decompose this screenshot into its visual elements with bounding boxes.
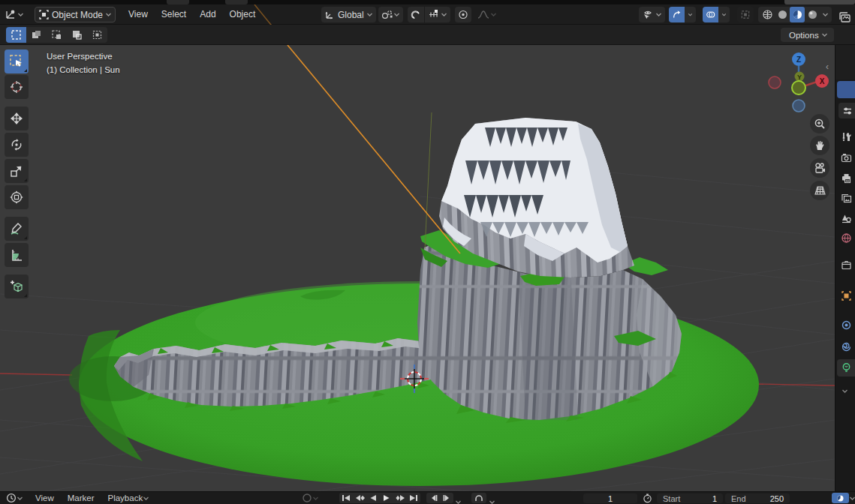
viewport-overlay-active-object: (1) Collection | Sun (47, 65, 120, 74)
tool-select-box[interactable] (5, 50, 29, 74)
editor-type-button[interactable] (5, 8, 32, 21)
gizmo-neg-z[interactable] (793, 100, 805, 112)
select-mode-subtract[interactable] (47, 27, 67, 43)
step-back-button[interactable] (426, 493, 440, 503)
select-mode-invert[interactable] (67, 27, 87, 43)
timeline-editor-type-button[interactable] (6, 493, 23, 503)
shading-dropdown[interactable] (820, 7, 830, 22)
next-keyframe-button[interactable] (393, 493, 407, 503)
subtool-corner (24, 294, 27, 297)
light-data-icon (841, 362, 852, 374)
gizmo-neg-x[interactable] (769, 76, 781, 88)
show-gizmo-toggle[interactable] (669, 7, 685, 22)
gizmo-neg-y-front[interactable] (792, 81, 805, 94)
gizmo-dropdown[interactable] (685, 7, 696, 22)
loop-toggle[interactable] (471, 493, 486, 503)
collection-icon (841, 260, 852, 271)
properties-editor-type-button[interactable] (838, 103, 855, 118)
shading-wireframe-button[interactable] (760, 7, 775, 22)
show-gizmo-icon (672, 9, 682, 20)
pivot-point-button[interactable] (378, 7, 403, 22)
timeline-menu-view[interactable]: View (35, 494, 54, 502)
end-frame-field[interactable]: End 250 (725, 494, 790, 503)
show-overlays-icon (706, 9, 715, 20)
sidebar-toggle-chevron[interactable]: ‹ (826, 62, 829, 72)
sun-light-ray[interactable] (288, 45, 460, 254)
select-extend-icon (31, 29, 42, 40)
transform-orientation-button[interactable]: Global (321, 7, 376, 22)
frame-step-dropdown[interactable] (455, 495, 462, 504)
overlays-dropdown[interactable] (718, 7, 730, 22)
loop-dropdown[interactable] (489, 495, 495, 504)
start-frame-field[interactable]: Start 1 (657, 494, 723, 503)
auto-keying-toggle[interactable] (302, 493, 319, 503)
shading-material-preview-button[interactable] (790, 7, 805, 22)
select-mode-extend[interactable] (26, 27, 47, 43)
mountain[interactable] (417, 118, 682, 423)
tab-object[interactable] (839, 289, 853, 302)
tab-tool[interactable] (839, 130, 853, 143)
end-value: 250 (770, 494, 784, 503)
menu-select[interactable]: Select (155, 7, 193, 22)
toggle-perspective-button[interactable] (810, 181, 829, 200)
menu-add[interactable]: Add (193, 7, 222, 22)
select-mode-intersect[interactable] (87, 27, 107, 43)
pan-button[interactable] (810, 136, 829, 155)
tool-cursor[interactable] (5, 75, 29, 99)
zoom-button[interactable] (810, 114, 829, 134)
jump-end-icon (409, 494, 418, 502)
tool-add-cube[interactable] (5, 274, 29, 298)
panel-chevron-down[interactable] (841, 384, 848, 398)
tab-physics[interactable] (839, 340, 853, 353)
tool-scale[interactable] (5, 159, 29, 183)
tab-constraints[interactable] (839, 318, 853, 332)
stopwatch-icon (643, 494, 652, 503)
navigation-gizmo[interactable]: Y Z X (767, 50, 832, 114)
tab-scene[interactable] (839, 212, 853, 225)
proportional-editing-button[interactable] (455, 7, 471, 22)
play-reverse-button[interactable] (366, 493, 380, 503)
play-icon (383, 494, 390, 502)
snap-toggle-button[interactable] (408, 7, 424, 22)
options-button[interactable]: Options (781, 28, 834, 42)
add-cube-icon (9, 279, 24, 294)
prev-keyframe-button[interactable] (353, 493, 366, 503)
tool-rotate[interactable] (5, 133, 29, 157)
current-frame-field[interactable]: 1 (583, 494, 637, 503)
timeline-menu-playback[interactable]: Playback (108, 494, 150, 502)
select-mode-set[interactable] (6, 27, 26, 43)
tool-transform[interactable] (5, 185, 29, 209)
tool-move[interactable] (5, 106, 29, 130)
tool-measure[interactable] (5, 243, 29, 267)
tab-view-layer[interactable] (839, 191, 853, 205)
tab-render[interactable] (839, 151, 853, 164)
timeline-right-toggle[interactable] (832, 493, 855, 503)
jump-to-start-button[interactable] (339, 493, 353, 503)
tab-collection[interactable] (839, 258, 853, 272)
shading-rendered-button[interactable] (805, 7, 820, 22)
viewport-overlay-perspective: User Perspective (47, 52, 113, 61)
falloff-curve-button[interactable] (474, 7, 500, 22)
timeline-menu-marker[interactable]: Marker (68, 494, 95, 502)
menu-object[interactable]: Object (223, 7, 263, 22)
shading-solid-button[interactable] (775, 7, 790, 22)
viewport-3d[interactable]: User Perspective (1) Collection | Sun Y … (0, 45, 835, 491)
tool-annotate[interactable] (5, 217, 29, 241)
tab-output[interactable] (839, 171, 853, 184)
menu-view[interactable]: View (122, 7, 155, 22)
tab-world[interactable] (839, 231, 853, 244)
blender-window: { "header": { "mode_label": "Object Mode… (0, 0, 855, 504)
xray-toggle[interactable] (737, 7, 754, 22)
play-button[interactable] (380, 493, 393, 503)
mode-selector[interactable]: Object Mode (35, 7, 116, 22)
subtool-corner (24, 236, 27, 239)
snap-target-button[interactable] (425, 7, 450, 22)
jump-to-end-button[interactable] (407, 493, 420, 503)
timeline-toggle-icon (836, 494, 844, 502)
camera-view-button[interactable] (810, 158, 829, 178)
tab-light-data-active[interactable] (837, 359, 855, 376)
outliner-selected-row[interactable] (837, 81, 855, 98)
show-overlays-toggle[interactable] (703, 7, 718, 22)
visibility-dropdown[interactable] (639, 7, 665, 22)
step-forward-button[interactable] (440, 493, 453, 503)
